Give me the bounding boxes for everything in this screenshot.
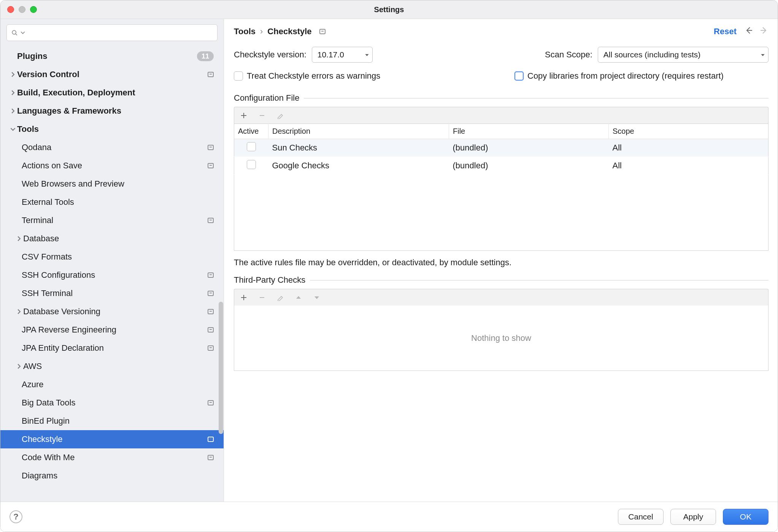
config-table-empty-area[interactable] (234, 175, 768, 251)
sidebar-item-tools[interactable]: Tools (0, 120, 224, 138)
sidebar-scrollbar[interactable] (219, 302, 223, 434)
sidebar-item-languages-frameworks[interactable]: Languages & Frameworks (0, 102, 224, 120)
sidebar-item-label: JPA Entity Declaration (22, 343, 205, 353)
col-scope[interactable]: Scope (609, 124, 768, 139)
sidebar-item-bined-plugin[interactable]: BinEd Plugin (0, 412, 224, 430)
sidebar-item-checkstyle[interactable]: Checkstyle (0, 430, 224, 448)
tpc-list[interactable]: Nothing to show (234, 306, 768, 371)
nav-forward-button[interactable] (759, 26, 768, 37)
copy-libraries-label: Copy libraries from project directory (r… (527, 71, 724, 81)
sidebar-item-version-control[interactable]: Version Control (0, 65, 224, 84)
config-desc: Google Checks (268, 157, 449, 175)
add-tpc-button[interactable] (238, 292, 249, 303)
project-scope-icon (208, 163, 214, 168)
project-scope-icon (208, 218, 214, 223)
expand-arrow-icon[interactable] (9, 72, 17, 77)
copy-libraries-checkbox[interactable] (514, 71, 524, 81)
search-icon (11, 29, 18, 36)
sidebar-item-actions-on-save[interactable]: Actions on Save (0, 157, 224, 175)
tpc-toolbar (234, 289, 768, 306)
col-active[interactable]: Active (234, 124, 268, 139)
sidebar-item-csv-formats[interactable]: CSV Formats (0, 248, 224, 266)
project-scope-icon (208, 327, 214, 332)
sidebar-item-label: Web Browsers and Preview (22, 179, 214, 189)
expand-arrow-icon[interactable] (9, 90, 17, 95)
config-hint: The active rules file may be overridden,… (234, 258, 768, 268)
plugins-count-badge: 11 (197, 51, 214, 61)
sidebar-item-jpa-entity-declaration[interactable]: JPA Entity Declaration (0, 339, 224, 357)
breadcrumb-sep: › (260, 27, 263, 36)
window-maximize-button[interactable] (30, 6, 37, 13)
config-file: (bundled) (449, 139, 609, 157)
help-button[interactable]: ? (10, 510, 22, 523)
treat-as-warnings-label: Treat Checkstyle errors as warnings (247, 71, 380, 81)
cancel-button[interactable]: Cancel (618, 509, 664, 525)
project-scope-icon (208, 345, 214, 351)
sidebar-item-code-with-me[interactable]: Code With Me (0, 448, 224, 467)
sidebar-item-terminal[interactable]: Terminal (0, 211, 224, 230)
expand-arrow-icon[interactable] (9, 108, 17, 114)
expand-arrow-icon[interactable] (15, 309, 23, 314)
config-table: Active Description File Scope Sun Checks… (234, 124, 768, 175)
sidebar-item-database[interactable]: Database (0, 230, 224, 248)
config-active-checkbox[interactable] (247, 142, 256, 151)
sidebar-item-label: Build, Execution, Deployment (17, 88, 214, 98)
window-title: Settings (374, 5, 404, 14)
move-up-tpc-button[interactable] (293, 292, 304, 303)
edit-config-button[interactable] (275, 110, 286, 121)
expand-arrow-icon[interactable] (15, 236, 23, 241)
sidebar-item-label: External Tools (22, 197, 214, 207)
sidebar-item-label: Qodana (22, 142, 205, 152)
remove-config-button[interactable] (256, 110, 268, 121)
tpc-empty-text: Nothing to show (471, 333, 531, 343)
sidebar-item-aws[interactable]: AWS (0, 357, 224, 375)
chevron-down-icon (761, 50, 765, 59)
settings-content: Tools › Checkstyle Reset Checkstyle vers… (224, 19, 778, 502)
nav-back-button[interactable] (744, 26, 753, 37)
sidebar-item-label: Plugins (17, 51, 197, 61)
remove-tpc-button[interactable] (256, 292, 268, 303)
window-minimize-button[interactable] (19, 6, 25, 13)
sidebar-item-database-versioning[interactable]: Database Versioning (0, 302, 224, 321)
move-down-tpc-button[interactable] (311, 292, 322, 303)
breadcrumb-parent[interactable]: Tools (234, 27, 256, 36)
project-scope-icon (208, 291, 214, 296)
sidebar-item-azure[interactable]: Azure (0, 375, 224, 394)
ok-button[interactable]: OK (723, 509, 768, 525)
project-scope-icon (208, 309, 214, 314)
expand-arrow-icon[interactable] (9, 127, 17, 132)
version-select[interactable]: 10.17.0 (312, 47, 373, 63)
add-config-button[interactable] (238, 110, 249, 121)
col-file[interactable]: File (449, 124, 609, 139)
config-row[interactable]: Sun Checks(bundled)All (234, 139, 768, 157)
sidebar-item-ssh-terminal[interactable]: SSH Terminal (0, 284, 224, 302)
settings-tree[interactable]: Plugins11Version ControlBuild, Execution… (0, 45, 224, 502)
breadcrumb: Tools › Checkstyle (234, 27, 325, 36)
sidebar-item-build-execution-deployment[interactable]: Build, Execution, Deployment (0, 84, 224, 102)
search-dropdown-icon[interactable] (21, 30, 25, 35)
sidebar-item-ssh-configurations[interactable]: SSH Configurations (0, 266, 224, 284)
sidebar-item-diagrams[interactable]: Diagrams (0, 467, 224, 485)
reset-link[interactable]: Reset (714, 27, 737, 36)
col-desc[interactable]: Description (268, 124, 449, 139)
window-titlebar: Settings (0, 0, 778, 19)
sidebar-item-external-tools[interactable]: External Tools (0, 193, 224, 211)
sidebar-item-web-browsers-and-preview[interactable]: Web Browsers and Preview (0, 175, 224, 193)
config-active-checkbox[interactable] (247, 160, 256, 169)
treat-as-warnings-checkbox[interactable] (234, 71, 243, 81)
window-close-button[interactable] (7, 6, 14, 13)
expand-arrow-icon[interactable] (15, 364, 23, 369)
scope-select[interactable]: All sources (including tests) (598, 47, 768, 63)
edit-tpc-button[interactable] (275, 292, 286, 303)
sidebar-item-label: Big Data Tools (22, 398, 205, 408)
sidebar-item-qodana[interactable]: Qodana (0, 138, 224, 157)
sidebar-item-jpa-reverse-engineering[interactable]: JPA Reverse Engineering (0, 321, 224, 339)
sidebar-item-label: JPA Reverse Engineering (22, 325, 205, 335)
settings-search[interactable] (6, 24, 218, 41)
sidebar-item-label: Database (23, 234, 214, 244)
config-row[interactable]: Google Checks(bundled)All (234, 157, 768, 175)
sidebar-item-plugins[interactable]: Plugins11 (0, 47, 224, 65)
apply-button[interactable]: Apply (670, 509, 716, 525)
sidebar-item-big-data-tools[interactable]: Big Data Tools (0, 394, 224, 412)
settings-search-input[interactable] (27, 29, 213, 37)
